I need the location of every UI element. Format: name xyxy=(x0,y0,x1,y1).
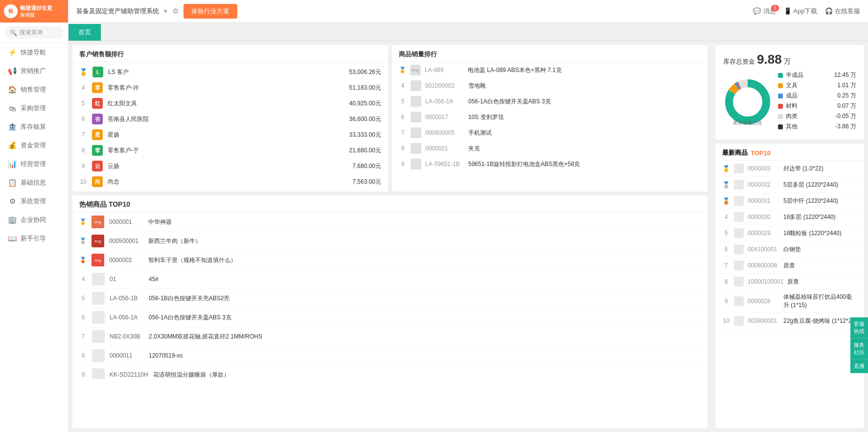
avatar-6: 零 xyxy=(92,145,103,156)
tab-home[interactable]: 首页 xyxy=(69,24,101,41)
hs-code-6: LA-056-1A xyxy=(110,314,144,321)
np-code-2: 0000032 xyxy=(748,181,779,188)
medal-hs1: 🥇 xyxy=(79,218,87,225)
hot-sale-1: 🥇 img 0000001 中华神器 xyxy=(72,213,708,232)
hp-name-6: 夹克 xyxy=(468,144,701,153)
hs-name-7: 2.0X30MM双搓花轴,搓花直径2.1MM/ROHS xyxy=(149,333,701,341)
legend-item-4: 材料 0.07 万 xyxy=(778,102,856,110)
message-badge-area[interactable]: 💬 6 消息 xyxy=(753,7,777,16)
hp-name-3: 056-1A白色按键开关盖ABS 3克 xyxy=(468,97,701,106)
quick-icon: ⚡ xyxy=(8,48,17,57)
hs-rank-7: 7 xyxy=(79,333,87,340)
sidebar-item-system[interactable]: ⚙ 系统管理 xyxy=(0,192,68,211)
sidebar-search-area[interactable]: 🔍 搜索菜单 xyxy=(0,23,68,43)
hp-code-1: LA-089 xyxy=(425,67,464,73)
hot-prod-list-right: 🥇 img LA-089 电池盖 LA-089 ABS本色+黑种 7.1克 4 … xyxy=(392,62,708,172)
hs-name-9: 花语萌恒温分腿睡袋（厚款） xyxy=(153,371,701,379)
sidebar-item-finance[interactable]: 💰 资金管理 xyxy=(0,136,68,155)
medal-hp1: 🥇 xyxy=(399,67,406,73)
sidebar-item-label: 企业协同 xyxy=(21,216,46,224)
hotprod-right-3: 5 LA-056-1A 056-1A白色按键开关盖ABS 3克 xyxy=(392,94,708,109)
hot-sale-7: 7 NB2.0X30B 2.0X30MM双搓花轴,搓花直径2.1MM/ROHS xyxy=(72,327,708,346)
np-rank-8: 8 xyxy=(722,278,730,285)
topbar-right: 💬 6 消息 📱 App下载 🎧 在线客服 xyxy=(753,7,860,16)
np-item-2: 🥈 0000032 5层多层 (1220*2440) xyxy=(715,177,864,193)
legend-name-6: 其他 xyxy=(786,122,832,131)
trial-button[interactable]: 体验行业方案 xyxy=(183,4,237,19)
hs-rank-9: 9 xyxy=(79,371,87,378)
sidebar-item-operation[interactable]: 📊 经营管理 xyxy=(0,155,68,173)
sidebar-item-basic[interactable]: 📋 基础信息 xyxy=(0,173,68,192)
new-prod-top10: TOP10 xyxy=(751,149,771,157)
np-img-7 xyxy=(734,261,744,270)
sidebar-item-sales[interactable]: 🏠 销售管理 xyxy=(0,80,68,99)
sidebar-item-marketing[interactable]: 📢 营销推广 xyxy=(0,62,68,80)
avatar-1: L xyxy=(92,67,103,77)
np-img-3 xyxy=(734,196,744,206)
item-img-6 xyxy=(92,311,105,324)
message-count: 6 xyxy=(771,5,779,11)
hs-name-8: 12070519-xs xyxy=(149,352,701,359)
np-name-4: 18多层 (1220*2440) xyxy=(783,213,857,221)
np-img-10 xyxy=(734,316,744,326)
hot-sale-9: 9 KK-SD22110H 花语萌恒温分腿睡袋（厚款） xyxy=(72,365,708,379)
rank-item-1: 🥇 L LS 客户 53,006.26元 xyxy=(72,64,388,80)
hp-name-2: 雪地靴 xyxy=(468,82,701,90)
inventory-title: 库存总资金 xyxy=(723,57,755,66)
np-item-4: 4 0000030 18多层 (1220*2440) xyxy=(715,209,864,225)
hot-sale-6: 6 LA-056-1A 056-1A白色按键开关盖ABS 3克 xyxy=(72,308,708,327)
legend-name-3: 成品 xyxy=(786,92,834,100)
online-service[interactable]: 🎧 在线客服 xyxy=(825,7,860,16)
logo-icon: 畅 xyxy=(4,4,18,18)
gear-icon[interactable]: ⚙ xyxy=(172,7,179,16)
np-code-6: 004100001 xyxy=(748,246,779,253)
sidebar-item-company[interactable]: 🏢 企业协同 xyxy=(0,211,68,229)
float-buttons: 客服热线 服务社区 直播 xyxy=(850,317,868,373)
np-rank-9: 9 xyxy=(722,298,730,305)
legend-dot-1 xyxy=(778,73,783,78)
search-input-wrapper[interactable]: 🔍 搜索菜单 xyxy=(5,26,63,39)
new-products-header: 最新商品 TOP10 xyxy=(715,144,864,161)
legend-name-5: 肉类 xyxy=(786,112,832,120)
hp-code-4: 0000017 xyxy=(425,114,464,120)
sidebar-item-guide[interactable]: 📖 新手引导 xyxy=(0,229,68,248)
inventory-header: 库存总资金 9.88 万 xyxy=(723,52,856,67)
sidebar-logo: 畅 畅捷通好生意 标准版 xyxy=(0,0,68,23)
app-download[interactable]: 📱 App下载 xyxy=(784,7,817,16)
np-code-9: 0000028 xyxy=(748,298,779,305)
hotprod-right-6: 8 0000021 夹克 xyxy=(392,141,708,156)
hs-code-2: 000500001 xyxy=(109,238,143,244)
rank-num-2: 4 xyxy=(79,84,87,91)
legend-name-2: 文具 xyxy=(786,81,834,90)
rank-item-6: 8 零 零售客户-于 21,680.00元 xyxy=(72,143,388,158)
legend-dot-4 xyxy=(778,104,783,109)
sidebar-item-quick[interactable]: ⚡ 快捷导航 xyxy=(0,43,68,62)
sidebar-item-purchase[interactable]: 🛍 采购管理 xyxy=(0,99,68,118)
company-icon: 🏢 xyxy=(8,216,17,224)
customer-name-3: 红太阳文具 xyxy=(108,99,344,108)
avatar-5: 星 xyxy=(92,129,103,140)
float-btn-live[interactable]: 直播 xyxy=(850,360,868,373)
hot-sale-2: 🥈 img 000500001 新西兰牛肉（新牛） xyxy=(72,232,708,251)
rank-item-7: 9 云 云扬 7,680.00元 xyxy=(72,158,388,174)
rank-item-3: 5 红 红太阳文具 40,925.00元 xyxy=(72,96,388,111)
sidebar-item-inventory[interactable]: 🏦 库存核算 xyxy=(0,118,68,136)
legend-item-2: 文具 1.01 万 xyxy=(778,81,856,90)
search-icon: 🔍 xyxy=(10,29,17,36)
customer-amount-5: 33,333.00元 xyxy=(349,131,381,139)
float-btn-community[interactable]: 服务社区 xyxy=(850,338,868,360)
medal-hs3: 🥉 xyxy=(79,257,87,264)
avatar-4: 杏 xyxy=(92,114,103,124)
float-btn-service[interactable]: 客服热线 xyxy=(850,317,868,338)
rank-num-8: 10 xyxy=(79,178,87,185)
basic-icon: 📋 xyxy=(8,178,17,187)
sidebar-item-label: 销售管理 xyxy=(21,85,46,94)
customer-name-8: 尚念 xyxy=(108,178,347,186)
np-img-2 xyxy=(734,180,744,190)
hot-prod-title: 商品销量排行 xyxy=(399,50,437,59)
np-img-9 xyxy=(734,296,744,306)
chevron-down-icon[interactable]: ▾ xyxy=(164,7,167,15)
medal-icon-1: 🥇 xyxy=(79,68,88,76)
hp-rank-7: 9 xyxy=(399,161,407,168)
hotprod-img-1: img xyxy=(410,65,421,75)
